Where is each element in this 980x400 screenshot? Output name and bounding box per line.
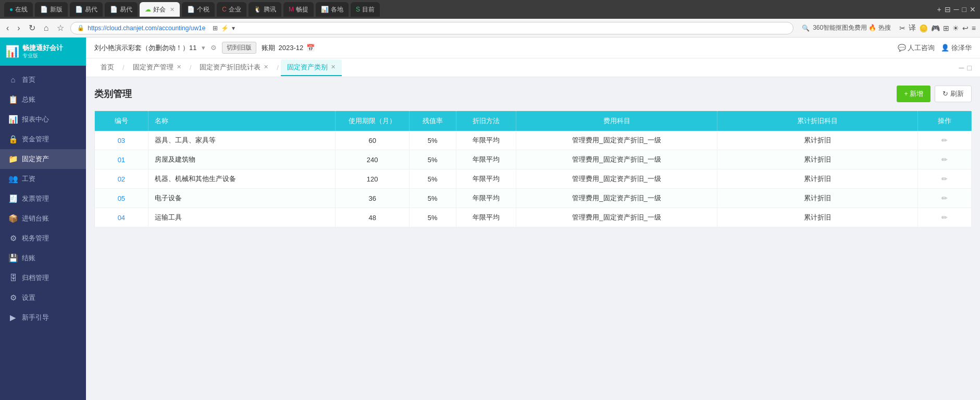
sidebar-item-reports[interactable]: 📊 报表中心 bbox=[0, 110, 86, 129]
sun-icon[interactable]: ☀ bbox=[952, 24, 959, 32]
sidebar-item-archive[interactable]: 🗄 归档管理 bbox=[0, 268, 86, 288]
account-info: 刘小艳演示彩套（勿删勿动！）11 bbox=[94, 43, 196, 53]
tab-minimize-btn[interactable]: ─ bbox=[959, 64, 964, 72]
sidebar-item-funds[interactable]: 🔒 资金管理 bbox=[0, 129, 86, 149]
guide-icon: ▶ bbox=[8, 313, 18, 322]
tab-muqian[interactable]: S 目前 bbox=[351, 2, 380, 17]
salary-icon: 👥 bbox=[8, 174, 18, 184]
settings-icon: ⚙ bbox=[8, 293, 18, 302]
tab-enterprise[interactable]: C 企业 bbox=[217, 2, 246, 17]
tab-close-fixed-asset-mgmt[interactable]: ✕ bbox=[177, 64, 181, 70]
address-bar[interactable]: 🔒 https://cloud.chanjet.com/accounting/u… bbox=[70, 22, 793, 34]
cell-expense-1: 管理费用_固定资产折旧_一级 bbox=[516, 150, 717, 169]
cell-name-3: 电子设备 bbox=[148, 189, 336, 208]
sidebar-item-home[interactable]: ⌂ 首页 bbox=[0, 70, 86, 90]
search-bar[interactable]: 🔍 360智能抠图免费用 🔥 热搜 bbox=[798, 23, 895, 32]
tab-maximize-btn[interactable]: □ bbox=[967, 64, 972, 72]
edit-icon-3[interactable]: ✏ bbox=[941, 194, 948, 202]
cell-code-4[interactable]: 04 bbox=[95, 208, 148, 227]
sidebar-item-fixed-assets[interactable]: 📁 固定资产 bbox=[0, 149, 86, 169]
home-button[interactable]: ⌂ bbox=[42, 22, 51, 34]
reload-button[interactable]: ↻ bbox=[27, 22, 38, 34]
back-button[interactable]: ‹ bbox=[4, 22, 11, 34]
translate-icon[interactable]: 译 bbox=[909, 23, 916, 33]
close-window-btn[interactable]: ✕ bbox=[970, 5, 976, 14]
tab-online[interactable]: ● 在线 bbox=[4, 2, 33, 17]
calendar-icon[interactable]: 📅 bbox=[306, 44, 315, 52]
edit-icon-1[interactable]: ✏ bbox=[941, 155, 948, 164]
user-avatar[interactable]: 👤 徐泽华 bbox=[941, 43, 972, 53]
reports-icon: 📊 bbox=[8, 115, 18, 124]
tab-close-hao[interactable]: ✕ bbox=[170, 6, 175, 13]
top-bar-right: 💬 人工咨询 👤 徐泽华 bbox=[898, 43, 972, 53]
logo-sub: 专业版 bbox=[22, 52, 63, 59]
close-all-btn[interactable]: ⊟ bbox=[945, 5, 951, 14]
tab-close-asset-category[interactable]: ✕ bbox=[331, 64, 336, 70]
cell-months-2: 120 bbox=[336, 169, 409, 189]
switch-version-button[interactable]: 切到旧版 bbox=[222, 42, 256, 54]
edit-icon-4[interactable]: ✏ bbox=[941, 213, 948, 222]
tab-asset-category[interactable]: 固定资产类别 ✕ bbox=[281, 59, 342, 76]
app-wrapper: 📊 畅捷通好会计 专业版 ⌂ 首页 📋 总账 📊 报表中心 🔒 资金管理 bbox=[0, 38, 980, 400]
settings-btn[interactable]: ⚙ bbox=[210, 44, 217, 52]
edit-icon-2[interactable]: ✏ bbox=[941, 175, 948, 183]
page-title: 类别管理 bbox=[94, 88, 132, 100]
tab-homepage[interactable]: 首页 bbox=[94, 59, 120, 76]
sidebar: 📊 畅捷通好会计 专业版 ⌂ 首页 📋 总账 📊 报表中心 🔒 资金管理 bbox=[0, 38, 86, 400]
page-header: 类别管理 + 新增 ↻ 刷新 bbox=[94, 86, 972, 102]
sidebar-item-checkout[interactable]: 💾 结账 bbox=[0, 248, 86, 268]
cell-name-0: 器具、工具、家具等 bbox=[148, 131, 336, 150]
cell-action-1: ✏ bbox=[918, 150, 972, 169]
menu-icon[interactable]: ≡ bbox=[972, 24, 976, 32]
grid-icon[interactable]: ⊞ bbox=[943, 24, 949, 32]
sidebar-item-inventory[interactable]: 📦 进销台账 bbox=[0, 209, 86, 228]
sidebar-label-inventory: 进销台账 bbox=[22, 214, 49, 223]
consultation-link[interactable]: 💬 人工咨询 bbox=[898, 43, 935, 53]
dropdown-icon[interactable]: ▾ bbox=[202, 44, 205, 52]
game-icon[interactable]: 🎮 bbox=[931, 24, 940, 32]
scissors-icon[interactable]: ✂ bbox=[899, 24, 905, 32]
search-text: 360智能抠图免费用 🔥 热搜 bbox=[813, 23, 891, 32]
tab-gedi[interactable]: 📊 各地 bbox=[316, 2, 349, 17]
coin-icon[interactable]: 🪙 bbox=[919, 24, 928, 32]
tab-changtui[interactable]: M 畅提 bbox=[283, 2, 314, 17]
sidebar-item-guide[interactable]: ▶ 新手引导 bbox=[0, 308, 86, 328]
sidebar-item-ledger[interactable]: 📋 总账 bbox=[0, 90, 86, 110]
bookmark-button[interactable]: ☆ bbox=[55, 22, 66, 34]
sidebar-item-settings[interactable]: ⚙ 设置 bbox=[0, 288, 86, 308]
new-tab-btn[interactable]: + bbox=[937, 5, 941, 14]
tab-tax[interactable]: 📄 个税 bbox=[182, 2, 215, 17]
minimize-btn[interactable]: ─ bbox=[954, 5, 959, 14]
edit-icon-0[interactable]: ✏ bbox=[941, 136, 948, 144]
forward-button[interactable]: › bbox=[15, 22, 22, 34]
cell-code-0[interactable]: 03 bbox=[95, 131, 148, 150]
sidebar-item-salary[interactable]: 👥 工资 bbox=[0, 169, 86, 189]
fixed-assets-icon: 📁 bbox=[8, 154, 18, 164]
cell-name-2: 机器、机械和其他生产设备 bbox=[148, 169, 336, 189]
undo-icon[interactable]: ↩ bbox=[962, 24, 969, 32]
tab-fixed-asset-mgmt-label: 固定资产管理 bbox=[133, 63, 173, 72]
tab-hao[interactable]: ☁ 好会 ✕ bbox=[140, 2, 180, 17]
refresh-button[interactable]: ↻ 刷新 bbox=[935, 86, 972, 102]
maximize-btn[interactable]: □ bbox=[962, 5, 966, 14]
tab-depreciation-stat[interactable]: 固定资产折旧统计表 ✕ bbox=[193, 59, 275, 76]
sidebar-label-salary: 工资 bbox=[22, 174, 35, 184]
cell-code-2[interactable]: 02 bbox=[95, 169, 148, 189]
cell-rate-1: 5% bbox=[409, 150, 456, 169]
cell-code-3[interactable]: 05 bbox=[95, 189, 148, 208]
cell-rate-2: 5% bbox=[409, 169, 456, 189]
url-text: https://cloud.chanjet.com/accounting/uw1… bbox=[88, 25, 205, 32]
tab-easy2[interactable]: 📄 易代 bbox=[105, 2, 138, 17]
tab-tencent[interactable]: 🐧 腾讯 bbox=[249, 2, 281, 17]
tab-close-depreciation-stat[interactable]: ✕ bbox=[264, 64, 268, 70]
col-header-name: 名称 bbox=[148, 111, 336, 131]
sidebar-item-tax[interactable]: ⚙ 税务管理 bbox=[0, 228, 86, 248]
sidebar-label-home: 首页 bbox=[22, 75, 35, 84]
add-button[interactable]: + 新增 bbox=[897, 86, 931, 102]
tab-fixed-asset-mgmt[interactable]: 固定资产管理 ✕ bbox=[127, 59, 188, 76]
tab-new[interactable]: 📄 新版 bbox=[35, 2, 68, 17]
tab-easy1[interactable]: 📄 易代 bbox=[70, 2, 103, 17]
cell-code-1[interactable]: 01 bbox=[95, 150, 148, 169]
cell-method-2: 年限平均 bbox=[456, 169, 516, 189]
sidebar-item-invoice[interactable]: 🧾 发票管理 bbox=[0, 189, 86, 209]
